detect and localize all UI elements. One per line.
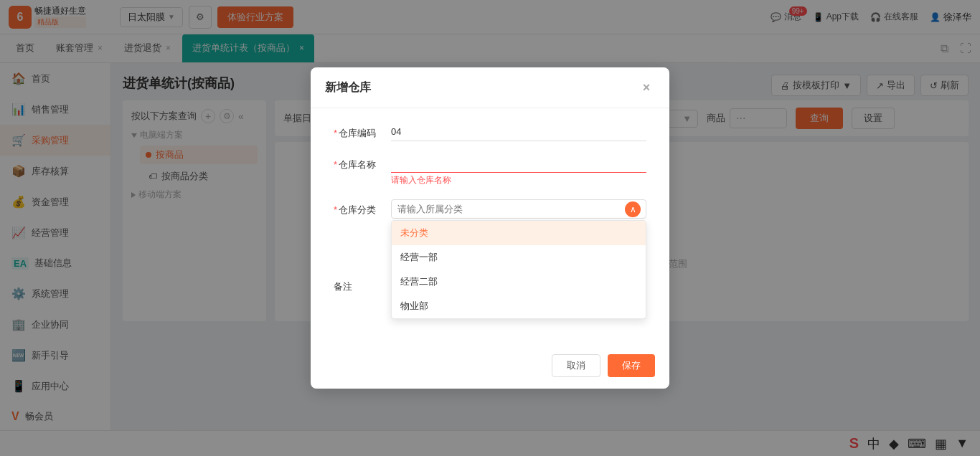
cancel-button[interactable]: 取消 [552,354,600,377]
form-row-code: 仓库编码 [334,123,646,141]
dropdown-item-dept1[interactable]: 经营一部 [392,245,646,270]
name-input[interactable] [391,154,646,173]
dialog-header: 新增仓库 × [311,67,669,108]
dropdown-item-uncategorized[interactable]: 未分类 [392,221,646,245]
category-label: 仓库分类 [334,199,391,217]
name-error-msg: 请输入仓库名称 [391,174,646,186]
category-input[interactable] [391,199,646,219]
form-row-category: 仓库分类 ∧ 未分类 经营一部 经营二部 物业部 [334,199,646,219]
form-row-name: 仓库名称 请输入仓库名称 [334,154,646,186]
category-control: ∧ 未分类 经营一部 经营二部 物业部 [391,199,646,219]
code-label: 仓库编码 [334,123,391,140]
category-arrow-icon[interactable]: ∧ [625,201,641,217]
dropdown-item-dept2[interactable]: 经营二部 [392,270,646,294]
new-warehouse-dialog: 新增仓库 × 仓库编码 仓库名称 请输入仓库名称 仓库分类 ∧ [311,67,669,389]
dialog-close-button[interactable]: × [638,79,655,96]
dialog-title: 新增仓库 [325,80,371,95]
note-label: 备注 [334,276,391,293]
dropdown-item-property[interactable]: 物业部 [392,294,646,318]
dialog-body: 仓库编码 仓库名称 请输入仓库名称 仓库分类 ∧ 未分类 [311,108,669,346]
save-button[interactable]: 保存 [608,354,655,377]
code-input[interactable] [391,123,646,141]
name-label: 仓库名称 [334,154,391,171]
category-select-wrapper: ∧ [391,199,646,219]
code-control [391,123,646,141]
dialog-footer: 取消 保存 [311,346,669,389]
category-dropdown: 未分类 经营一部 经营二部 物业部 [391,220,646,319]
name-control: 请输入仓库名称 [391,154,646,186]
